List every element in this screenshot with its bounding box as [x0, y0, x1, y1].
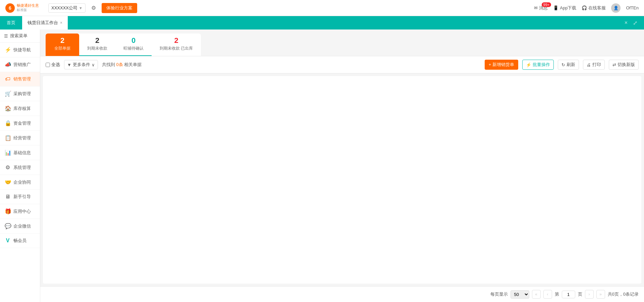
stat-tab-overdue-unshipped-label: 到期未收款 已出库 — [160, 46, 193, 51]
sidebar-item-purchase-label: 采购管理 — [13, 91, 31, 97]
page-suffix: 页 — [578, 291, 582, 297]
sidebar-item-beginner[interactable]: 🖥 新手引导 — [0, 190, 40, 204]
toolbar: 全选 ▼ 更多条件 ∨ 共找到 0条 相关单据 + 新增销货单 ⚡ 批 — [40, 56, 644, 73]
count-text: 共找到 0条 相关单据 — [102, 62, 142, 68]
system-icon: ⚙ — [5, 164, 11, 171]
headset-icon: 🎧 — [582, 5, 587, 10]
sidebar-item-quick-nav[interactable]: ⚡ 快捷导航 — [0, 43, 40, 57]
switch-icon: ⇄ — [612, 62, 616, 67]
tab-maximize-button[interactable]: ⤢ — [632, 18, 639, 27]
switch-label: 切换新版 — [618, 62, 635, 68]
tab-home[interactable]: 首页 — [0, 16, 22, 29]
refresh-label: 刷新 — [567, 62, 575, 68]
print-icon: 🖨 — [587, 62, 591, 67]
app-center-icon: 🎁 — [5, 208, 11, 215]
batch-label: 批量操作 — [533, 62, 550, 68]
main-layout: ☰ 搜索菜单 ⚡ 快捷导航 📣 营销推广 🏷 销售管理 🛒 采购管理 🏠 库存核… — [0, 29, 644, 302]
enterprise-icon: 🤝 — [5, 179, 11, 185]
sidebar-item-quick-nav-label: 快捷导航 — [13, 47, 31, 53]
tab-minimize-button[interactable]: × — [623, 18, 629, 27]
app-download-icon: 📱 — [553, 5, 558, 10]
sidebar-item-operations-label: 经营管理 — [13, 135, 31, 141]
sidebar-item-marketing[interactable]: 📣 营销推广 — [0, 57, 40, 72]
company-name: XXXXXX公司 — [51, 5, 77, 11]
stat-tab-overdue-unpaid-label: 到期未收款 — [87, 46, 107, 51]
trial-button[interactable]: 体验行业方案 — [102, 3, 137, 13]
select-all-checkbox[interactable]: 全选 — [46, 62, 60, 68]
inventory-icon: 🏠 — [5, 105, 11, 112]
sidebar-item-enterprise[interactable]: 🤝 企业协同 — [0, 175, 40, 190]
sidebar-item-basic-info[interactable]: 📊 基础信息 — [0, 145, 40, 160]
sidebar-item-basic-info-label: 基础信息 — [13, 150, 31, 156]
sidebar-item-operations[interactable]: 📋 经营管理 — [0, 131, 40, 145]
sidebar-item-purchase[interactable]: 🛒 采购管理 — [0, 86, 40, 101]
first-page-button[interactable]: « — [532, 290, 541, 299]
topbar-left: 6 畅捷通好生意 标准版 XXXXXX公司 ▼ ⚙ 体验行业方案 — [5, 3, 137, 13]
sidebar-item-member[interactable]: V 畅会员 — [0, 234, 40, 248]
refresh-button[interactable]: ↻ 刷新 — [558, 60, 579, 70]
message-button[interactable]: ✉ 消息 99+ — [534, 5, 548, 11]
tabbar: 首页 钱货日清工作台 × × ⤢ — [0, 16, 644, 29]
online-service-label: 在线客服 — [588, 5, 606, 11]
table-area — [43, 76, 641, 284]
stat-tab-overdue-unpaid-num: 2 — [87, 36, 107, 45]
stat-tab-all[interactable]: 2 全部单据 — [46, 34, 79, 56]
per-page-select[interactable]: 10 20 50 100 — [511, 290, 529, 299]
basic-info-icon: 📊 — [5, 149, 11, 156]
sidebar-item-finance[interactable]: 🔒 资金管理 — [0, 116, 40, 131]
batch-icon: ⚡ — [526, 62, 531, 67]
company-selector[interactable]: XXXXXX公司 ▼ — [48, 3, 86, 13]
current-page-input[interactable] — [562, 291, 575, 298]
search-menu-button[interactable]: ☰ 搜索菜单 — [0, 29, 40, 43]
page-label: 第 — [555, 291, 559, 297]
last-page-button[interactable]: » — [596, 290, 605, 299]
sidebar-item-wechat-label: 企业微信 — [13, 223, 31, 229]
settings-button[interactable]: ⚙ — [88, 3, 99, 13]
print-button[interactable]: 🖨 打印 — [583, 60, 605, 70]
sidebar-item-sales[interactable]: 🏷 销售管理 — [0, 72, 40, 86]
toolbar-left: 全选 ▼ 更多条件 ∨ 共找到 0条 相关单据 — [46, 60, 481, 69]
member-icon: V — [5, 238, 11, 244]
prev-page-button[interactable]: ‹ — [543, 290, 552, 299]
avatar[interactable]: 👤 — [611, 3, 621, 13]
stat-tab-all-label: 全部单据 — [54, 46, 71, 51]
stat-tab-overdue-unpaid[interactable]: 2 到期未收款 — [79, 34, 115, 56]
next-page-button[interactable]: › — [585, 290, 594, 299]
add-sales-order-button[interactable]: + 新增销货单 — [485, 60, 518, 70]
filter-button[interactable]: ▼ 更多条件 ∨ — [64, 60, 98, 69]
sidebar-item-system-label: 系统管理 — [13, 165, 31, 171]
quick-nav-icon: ⚡ — [5, 47, 11, 53]
print-label: 打印 — [592, 62, 601, 68]
switch-version-button[interactable]: ⇄ 切换新版 — [609, 60, 639, 70]
batch-operation-button[interactable]: ⚡ 批量操作 — [522, 60, 554, 70]
online-service-button[interactable]: 🎧 在线客服 — [582, 5, 606, 11]
sidebar-item-inventory-label: 库存核算 — [13, 106, 31, 112]
logo-icon: 6 — [5, 3, 15, 13]
stat-tab-overdue-unshipped[interactable]: 2 到期未收款 已出库 — [152, 34, 201, 56]
footer-pagination: 每页显示 10 20 50 100 « ‹ 第 页 › » 共0页，0条记录 — [40, 286, 644, 302]
username[interactable]: OfTEn — [626, 5, 639, 10]
marketing-icon: 📣 — [5, 61, 11, 68]
app-download-button[interactable]: 📱 App下载 — [553, 5, 576, 11]
sidebar-item-app-center[interactable]: 🎁 应用中心 — [0, 204, 40, 219]
stat-tab-wangwang[interactable]: 0 旺辅待确认 — [115, 34, 152, 56]
sidebar-item-inventory[interactable]: 🏠 库存核算 — [0, 101, 40, 116]
finance-icon: 🔒 — [5, 120, 11, 126]
select-all-input[interactable] — [46, 63, 50, 67]
sidebar-item-system[interactable]: ⚙ 系统管理 — [0, 160, 40, 175]
stat-tab-overdue-unshipped-num: 2 — [160, 36, 193, 45]
per-page-label: 每页显示 — [490, 291, 508, 297]
operations-icon: 📋 — [5, 135, 11, 141]
sidebar-item-member-label: 畅会员 — [13, 238, 26, 244]
sidebar-item-sales-label: 销售管理 — [13, 76, 31, 82]
search-icon: ☰ — [4, 34, 8, 39]
company-dropdown-arrow: ▼ — [79, 6, 83, 10]
topbar: 6 畅捷通好生意 标准版 XXXXXX公司 ▼ ⚙ 体验行业方案 ✉ 消息 99… — [0, 0, 644, 16]
sidebar-item-beginner-label: 新手引导 — [13, 194, 31, 200]
toolbar-right: + 新增销货单 ⚡ 批量操作 ↻ 刷新 🖨 打印 ⇄ 切换新版 — [485, 60, 639, 70]
sidebar-item-wechat[interactable]: 💬 企业微信 — [0, 219, 40, 234]
tab-close-icon[interactable]: × — [60, 20, 62, 25]
sidebar-item-enterprise-label: 企业协同 — [13, 179, 31, 185]
tab-active[interactable]: 钱货日清工作台 × — [22, 16, 68, 29]
purchase-icon: 🛒 — [5, 90, 11, 97]
